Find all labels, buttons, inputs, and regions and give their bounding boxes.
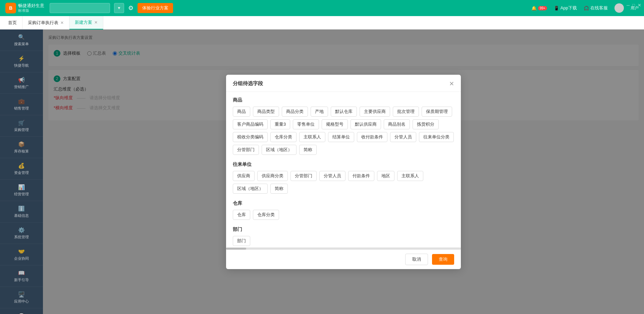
field-tag-quality-mgmt[interactable]: 保质期管理 bbox=[422, 107, 452, 117]
field-tag-main-supplier[interactable]: 主要供应商 bbox=[360, 107, 390, 117]
sidebar-item-purchase[interactable]: 🛒 采购管理 bbox=[0, 115, 43, 137]
sidebar-item-system[interactable]: ⚙️ 系统管理 bbox=[0, 223, 43, 244]
field-tag-area[interactable]: 地区 bbox=[377, 171, 394, 181]
tab-purchase-order[interactable]: 采购订单执行表 ✕ bbox=[22, 16, 69, 29]
field-tag-region-counterpart[interactable]: 区域（地区） bbox=[233, 184, 268, 194]
section-counterpart: 往来单位 供应商 供应商分类 分管部门 分管人员 付款条件 地区 主联系人 区域… bbox=[233, 162, 454, 194]
field-tag-retail-unit[interactable]: 零售单位 bbox=[293, 119, 319, 129]
dropdown-label: ▼ bbox=[117, 6, 121, 10]
top-header: B 畅捷通好生意 标准版 ▼ ⚙ 体验行业方案 🔔 99+ 📱 App下载 🎧 … bbox=[0, 0, 644, 16]
field-tag-supervising-staff[interactable]: 分管人员 bbox=[390, 132, 416, 142]
sidebar-label-guide: 新手引导 bbox=[14, 277, 29, 282]
field-tag-main-contact-counterpart[interactable]: 主联系人 bbox=[397, 171, 423, 181]
field-tag-customer-code[interactable]: 客户商品编码 bbox=[233, 119, 268, 129]
sidebar-item-search[interactable]: 🔍 搜索菜单 bbox=[0, 29, 43, 51]
field-tag-pick-points[interactable]: 拣货积分 bbox=[413, 119, 439, 129]
sidebar-item-finance[interactable]: 💰 资金管理 bbox=[0, 158, 43, 180]
header-search[interactable] bbox=[50, 3, 110, 13]
collab-icon: 🤝 bbox=[18, 248, 25, 255]
app-download-label: App下载 bbox=[560, 5, 577, 11]
field-tag-region-product[interactable]: 区域（地区） bbox=[262, 145, 297, 155]
sidebar-item-operation[interactable]: 📊 经营管理 bbox=[0, 180, 43, 201]
field-tag-product[interactable]: 商品 bbox=[233, 107, 250, 117]
tab-home[interactable]: 首页 bbox=[3, 16, 22, 29]
field-tag-main-contact[interactable]: 主联系人 bbox=[299, 132, 325, 142]
cancel-button[interactable]: 取消 bbox=[405, 254, 428, 265]
section-counterpart-tags: 供应商 供应商分类 分管部门 分管人员 付款条件 地区 主联系人 区域（地区） … bbox=[233, 171, 454, 194]
field-tag-warehouse-class[interactable]: 仓库分类 bbox=[253, 210, 279, 220]
maximize-icon[interactable]: □ bbox=[632, 3, 635, 8]
settings-icon[interactable]: ⚙ bbox=[128, 4, 133, 12]
field-tag-product-category[interactable]: 商品分类 bbox=[282, 107, 308, 117]
close-window-icon[interactable]: ✕ bbox=[638, 3, 641, 8]
sidebar-label-operation: 经营管理 bbox=[14, 192, 29, 197]
notification-item[interactable]: 🔔 99+ bbox=[531, 6, 547, 11]
app-download-item[interactable]: 📱 App下载 bbox=[554, 5, 577, 11]
confirm-button[interactable]: 查询 bbox=[432, 254, 454, 265]
field-tag-counterpart-category[interactable]: 往来单位分类 bbox=[419, 132, 454, 142]
field-tag-default-warehouse[interactable]: 默认仓库 bbox=[331, 107, 357, 117]
sidebar-item-quicknav[interactable]: ⚡ 快捷导航 bbox=[0, 51, 43, 72]
logo-area: B 畅捷通好生意 标准版 bbox=[5, 3, 46, 13]
sidebar-item-inventory[interactable]: 📦 库存核算 bbox=[0, 137, 43, 158]
tab-bar: 首页 采购订单执行表 ✕ 新建方案 ✕ bbox=[0, 16, 644, 29]
sidebar: 🔍 搜索菜单 ⚡ 快捷导航 📢 营销推广 💼 销售管理 🛒 采购管理 📦 库存核… bbox=[0, 29, 43, 314]
field-tag-tax-code[interactable]: 税收分类编码 bbox=[233, 132, 268, 142]
field-tag-spec-model[interactable]: 规格型号 bbox=[322, 119, 348, 129]
section-warehouse-tags: 仓库 仓库分类 bbox=[233, 210, 454, 220]
section-warehouse: 仓库 仓库 仓库分类 bbox=[233, 200, 454, 220]
experience-btn[interactable]: 体验行业方案 bbox=[138, 3, 173, 13]
tab-purchase-close[interactable]: ✕ bbox=[60, 20, 64, 25]
field-tag-short-name-product[interactable]: 简称 bbox=[299, 145, 317, 155]
guide-icon: 📖 bbox=[18, 269, 25, 276]
field-tag-payment-condition[interactable]: 付款条件 bbox=[348, 171, 374, 181]
sidebar-label-search: 搜索菜单 bbox=[14, 42, 29, 47]
field-tag-dept-product[interactable]: 分管部门 bbox=[233, 145, 259, 155]
field-tag-supervising-dept[interactable]: 分管部门 bbox=[290, 171, 317, 181]
minimize-icon[interactable]: ─ bbox=[627, 3, 630, 8]
hscroll-thumb[interactable] bbox=[226, 248, 246, 250]
sidebar-item-marketing[interactable]: 📢 营销推广 bbox=[0, 72, 43, 94]
sidebar-item-appcenter[interactable]: 🖥️ 应用中心 bbox=[0, 287, 43, 308]
modal-body[interactable]: 商品 商品 商品类型 商品分类 产地 默认仓库 主要供应商 批次管理 保质期管理… bbox=[226, 92, 461, 248]
field-tag-dept[interactable]: 部门 bbox=[233, 236, 250, 246]
field-tag-payment-terms[interactable]: 收付款条件 bbox=[357, 132, 387, 142]
online-service-item[interactable]: 🎧 在线客服 bbox=[584, 5, 608, 11]
field-tag-warehouse-category[interactable]: 仓库分类 bbox=[270, 132, 297, 142]
header-dropdown[interactable]: ▼ bbox=[114, 3, 124, 13]
sidebar-item-basic[interactable]: ℹ️ 基础信息 bbox=[0, 201, 43, 223]
modal-close-icon[interactable]: ✕ bbox=[449, 80, 454, 87]
logo-text: 畅捷通好生意 bbox=[18, 3, 44, 8]
headset-icon: 🎧 bbox=[584, 6, 589, 11]
sidebar-label-finance: 资金管理 bbox=[14, 170, 29, 175]
field-tag-default-supplier[interactable]: 默认供应商 bbox=[351, 119, 381, 129]
tab-new-plan-close[interactable]: ✕ bbox=[94, 20, 98, 25]
field-tag-supplier-category[interactable]: 供应商分类 bbox=[257, 171, 288, 181]
notification-badge: 99+ bbox=[538, 6, 547, 10]
online-service-label: 在线客服 bbox=[590, 5, 608, 11]
sidebar-label-collab: 企业协同 bbox=[14, 256, 29, 261]
sidebar-item-guide[interactable]: 📖 新手引导 bbox=[0, 265, 43, 287]
search-input[interactable] bbox=[53, 6, 106, 10]
field-tag-weight[interactable]: 重量3 bbox=[270, 119, 290, 129]
modal-hscroll[interactable] bbox=[226, 247, 461, 249]
field-tag-short-name-counterpart[interactable]: 简称 bbox=[270, 184, 288, 194]
avatar[interactable] bbox=[614, 3, 624, 13]
field-tag-supplier[interactable]: 供应商 bbox=[233, 171, 255, 181]
field-tag-batch-mgmt[interactable]: 批次管理 bbox=[393, 107, 419, 117]
sidebar-item-collab[interactable]: 🤝 企业协同 bbox=[0, 244, 43, 265]
search-icon: 🔍 bbox=[18, 34, 25, 40]
field-tag-settlement-unit[interactable]: 结算单位 bbox=[328, 132, 354, 142]
logo-icon: B bbox=[5, 3, 16, 13]
sidebar-item-sales[interactable]: 💼 销售管理 bbox=[0, 94, 43, 115]
finance-icon: 💰 bbox=[18, 162, 25, 169]
field-tag-supervising-person[interactable]: 分管人员 bbox=[319, 171, 345, 181]
tab-new-plan[interactable]: 新建方案 ✕ bbox=[69, 16, 103, 29]
field-tag-origin[interactable]: 产地 bbox=[311, 107, 328, 117]
sidebar-item-wechat[interactable]: 💬 企业微信 bbox=[0, 308, 43, 314]
inventory-icon: 📦 bbox=[18, 141, 25, 147]
header-right: 🔔 99+ 📱 App下载 🎧 在线客服 用户 bbox=[531, 3, 639, 13]
field-tag-product-alias[interactable]: 商品别名 bbox=[384, 119, 410, 129]
field-tag-product-type[interactable]: 商品类型 bbox=[253, 107, 279, 117]
field-tag-warehouse[interactable]: 仓库 bbox=[233, 210, 250, 220]
